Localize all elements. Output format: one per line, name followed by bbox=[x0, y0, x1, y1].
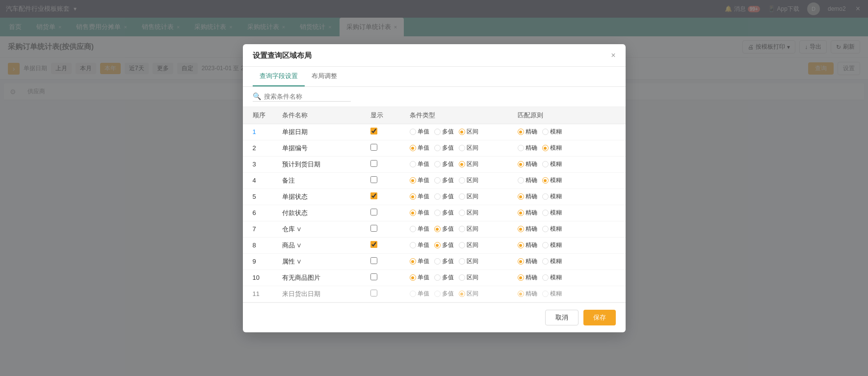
search-input[interactable] bbox=[261, 92, 351, 101]
modal-tabs: 查询字段设置 布局调整 bbox=[243, 67, 626, 87]
modal-overlay: 设置查询区域布局 × 查询字段设置 布局调整 🔍 顺序 条件名称 bbox=[0, 0, 868, 104]
modal-header: 设置查询区域布局 × bbox=[243, 44, 626, 67]
search-icon: 🔍 bbox=[253, 92, 261, 100]
modal-tab-query-fields[interactable]: 查询字段设置 bbox=[253, 67, 305, 86]
modal-close-button[interactable]: × bbox=[611, 51, 615, 60]
modal-search-area: 🔍 bbox=[243, 87, 626, 105]
modal-title: 设置查询区域布局 bbox=[253, 51, 312, 60]
settings-modal: 设置查询区域布局 × 查询字段设置 布局调整 🔍 顺序 条件名称 bbox=[243, 44, 626, 105]
modal-tab-layout[interactable]: 布局调整 bbox=[305, 67, 344, 86]
search-wrap: 🔍 bbox=[253, 92, 351, 102]
